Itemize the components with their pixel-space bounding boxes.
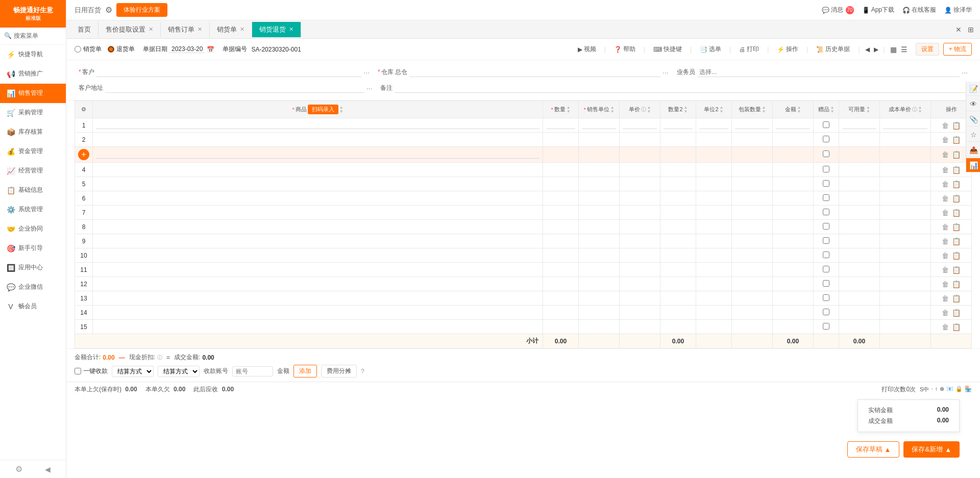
- row-1-unit-price[interactable]: [620, 118, 660, 133]
- doc-date-value[interactable]: 2023-03-20: [169, 45, 205, 53]
- add-row-button[interactable]: +: [78, 149, 89, 160]
- row-8-copy-btn[interactable]: 📋: [952, 223, 961, 231]
- video-btn[interactable]: ▶ 视频: [575, 43, 599, 55]
- row-7-delete-btn[interactable]: 🗑: [942, 209, 949, 217]
- sidebar-item-purchase[interactable]: 🛒 采购管理: [0, 103, 66, 122]
- sidebar-item-inventory[interactable]: 📦 库存核算: [0, 122, 66, 142]
- sidebar-item-shortcut[interactable]: ⚡ 快捷导航: [0, 45, 66, 64]
- add-row-unit2[interactable]: [696, 147, 732, 163]
- radio-return[interactable]: 退货单: [108, 45, 135, 54]
- online-service-item[interactable]: 🎧 在线客服: [902, 6, 936, 14]
- maximize-tab-button[interactable]: ⊞: [966, 24, 976, 35]
- row-9-copy-btn[interactable]: 📋: [952, 237, 961, 245]
- row-1-unit2[interactable]: [696, 118, 732, 133]
- row-15-delete-btn[interactable]: 🗑: [942, 323, 949, 331]
- row-1-copy-btn[interactable]: 📋: [952, 121, 961, 130]
- save-draft-button[interactable]: 保存草稿 ▲: [847, 441, 900, 458]
- add-product-input[interactable]: [96, 151, 540, 159]
- row-1-product[interactable]: [93, 118, 543, 133]
- history-btn[interactable]: 📜 历史单据: [813, 43, 853, 55]
- add-row-copy-btn[interactable]: 📋: [952, 150, 961, 159]
- row-2-amount[interactable]: [773, 133, 814, 147]
- plus-circle-icon[interactable]: ⊕: [940, 386, 944, 393]
- help-btn[interactable]: ❓ 帮助: [611, 43, 639, 55]
- row-5-copy-btn[interactable]: 📋: [952, 180, 961, 188]
- sidebar-item-apps[interactable]: 🔲 应用中心: [0, 258, 66, 278]
- sidebar-item-sales[interactable]: 📊 销售管理: [0, 84, 66, 103]
- address-input[interactable]: [105, 83, 364, 93]
- warehouse-input[interactable]: [409, 67, 660, 77]
- operate-btn[interactable]: ⚡ 操作: [774, 43, 801, 55]
- view-list-icon[interactable]: ☰: [901, 45, 908, 54]
- row-1-available[interactable]: [839, 118, 880, 133]
- add-row-delete-btn[interactable]: 🗑: [942, 150, 949, 159]
- row-2-gift[interactable]: [814, 133, 839, 147]
- select-btn[interactable]: 📑 选单: [697, 43, 724, 55]
- sidebar-item-system[interactable]: ⚙️ 系统管理: [0, 200, 66, 219]
- row-2-unit2[interactable]: [696, 133, 732, 147]
- row-2-product[interactable]: [93, 133, 543, 147]
- settings-bottom-icon[interactable]: ⚙: [15, 464, 22, 474]
- row-1-quantity[interactable]: [543, 118, 579, 133]
- add-row-gift[interactable]: [814, 147, 839, 163]
- right-panel-btn-2[interactable]: 👁: [966, 97, 980, 111]
- row-6-copy-btn[interactable]: 📋: [952, 194, 961, 203]
- tab-home[interactable]: 首页: [70, 22, 99, 37]
- row-2-quantity2[interactable]: [660, 133, 696, 147]
- close-tab-button[interactable]: ✕: [953, 24, 964, 35]
- row-14-copy-btn[interactable]: 📋: [952, 309, 961, 317]
- row-1-cost-price[interactable]: [880, 118, 931, 133]
- row-13-delete-btn[interactable]: 🗑: [942, 294, 949, 303]
- add-row-plus[interactable]: +: [75, 147, 93, 163]
- row-5-delete-btn[interactable]: 🗑: [942, 180, 949, 188]
- account-input[interactable]: [232, 366, 273, 376]
- email-icon[interactable]: 📧: [946, 386, 953, 393]
- warehouse-dots[interactable]: ···: [663, 68, 669, 77]
- sidebar-item-marketing[interactable]: 📢 营销推广: [0, 64, 66, 84]
- right-panel-btn-1[interactable]: 📝: [966, 82, 980, 96]
- add-row-package-qty[interactable]: [732, 147, 773, 163]
- row-1-package-qty[interactable]: [732, 118, 773, 133]
- search-menu-item[interactable]: 🔍 搜索菜单: [0, 28, 66, 45]
- gear-icon[interactable]: ⚙: [105, 5, 112, 15]
- radio-delivery[interactable]: 销货单: [75, 45, 102, 54]
- salesperson-dots[interactable]: ···: [962, 68, 968, 77]
- sidebar-item-wechat[interactable]: 💬 企业微信: [0, 278, 66, 297]
- sidebar-item-member[interactable]: V 畅会员: [0, 297, 66, 316]
- row-2-unit-price[interactable]: [620, 133, 660, 147]
- add-payment-button[interactable]: 添加: [293, 365, 317, 378]
- add-logistics-button[interactable]: + 物流: [943, 43, 972, 56]
- row-15-copy-btn[interactable]: 📋: [952, 323, 961, 331]
- row-2-cost-price[interactable]: [880, 133, 931, 147]
- collapse-icon[interactable]: ◀: [45, 465, 51, 473]
- row-13-copy-btn[interactable]: 📋: [952, 294, 961, 303]
- col-settings-header[interactable]: ⚙: [75, 101, 93, 118]
- fee-split-button[interactable]: 费用分摊: [321, 365, 357, 378]
- remarks-input[interactable]: [395, 83, 968, 93]
- row-14-delete-btn[interactable]: 🗑: [942, 309, 949, 317]
- right-panel-btn-6[interactable]: 📊: [966, 158, 980, 172]
- add-row-product[interactable]: [93, 147, 543, 163]
- add-row-quantity2[interactable]: [660, 147, 696, 163]
- settlement-method-select[interactable]: 结算方式 现金 转账: [112, 366, 154, 377]
- salesperson-input[interactable]: [697, 67, 960, 77]
- right-panel-btn-5[interactable]: 📤: [966, 143, 980, 157]
- row-12-copy-btn[interactable]: 📋: [952, 280, 961, 288]
- customer-input[interactable]: [96, 67, 362, 77]
- add-row-unit-price[interactable]: [620, 147, 660, 163]
- sidebar-item-basic[interactable]: 📋 基础信息: [0, 181, 66, 200]
- row-7-copy-btn[interactable]: 📋: [952, 209, 961, 217]
- row-2-available[interactable]: [839, 133, 880, 147]
- one-click-checkbox[interactable]: [75, 368, 81, 374]
- customer-dots[interactable]: ···: [363, 68, 370, 77]
- settings-button[interactable]: 设置: [916, 43, 939, 56]
- row-2-copy-btn[interactable]: 📋: [952, 136, 961, 144]
- view-grid-icon[interactable]: ▦: [890, 45, 897, 54]
- lock-icon[interactable]: 🔒: [955, 386, 963, 393]
- row-2-sales-unit[interactable]: [579, 133, 620, 147]
- row-10-copy-btn[interactable]: 📋: [952, 251, 961, 260]
- calendar-icon[interactable]: 📅: [207, 46, 214, 53]
- print-btn[interactable]: 🖨 打印: [736, 43, 762, 55]
- tab-price-settings[interactable]: 售价提取设置 ✕: [99, 22, 161, 37]
- sidebar-item-partner[interactable]: 🤝 企业协同: [0, 219, 66, 239]
